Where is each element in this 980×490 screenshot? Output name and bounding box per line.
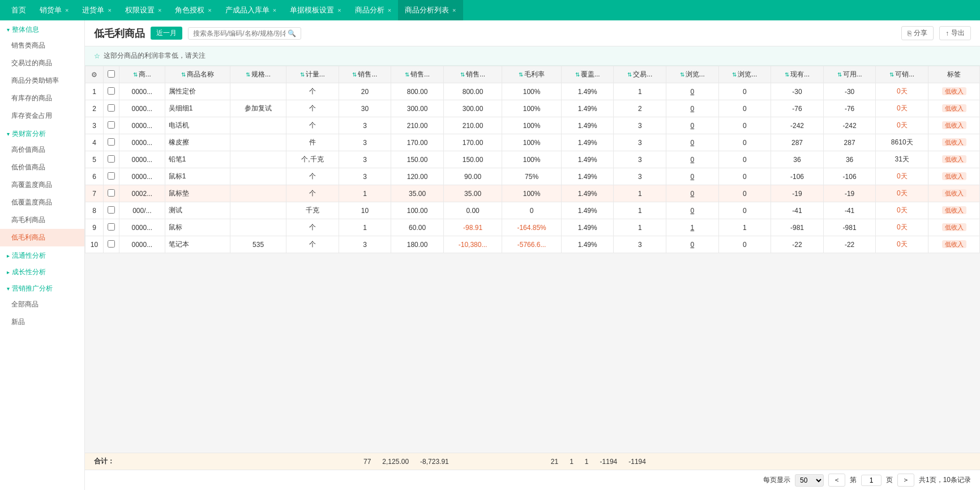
nav-close-permissions[interactable]: ×	[158, 7, 161, 14]
search-input[interactable]	[193, 29, 285, 37]
col-spec-header[interactable]: ⇅规格...	[230, 66, 286, 83]
row-checkbox-cell[interactable]	[104, 219, 119, 236]
search-icon[interactable]: 🔍	[288, 29, 296, 37]
sidebar-item-sales-goods[interactable]: 销售类商品	[0, 37, 84, 54]
page-number-input[interactable]	[861, 475, 881, 486]
sidebar-item-stock-capital[interactable]: 库存资金占用	[0, 107, 84, 125]
select-all-checkbox[interactable]	[108, 70, 115, 78]
sidebar-item-low-margin[interactable]: 低毛利商品	[0, 229, 84, 246]
col-browse2-header[interactable]: ⇅浏览...	[718, 66, 771, 83]
row-checkbox-cell[interactable]	[104, 134, 119, 151]
sidebar-item-high-value[interactable]: 高价值商品	[0, 141, 84, 159]
row-checkbox[interactable]	[108, 121, 115, 129]
col-current-stock-header[interactable]: ⇅现有...	[771, 66, 824, 83]
row-checkbox-cell[interactable]	[104, 83, 119, 100]
row-checkbox[interactable]	[108, 172, 115, 180]
row-checkbox[interactable]	[108, 189, 115, 197]
nav-role-auth[interactable]: 角色授权 ×	[168, 0, 218, 20]
sidebar-item-low-value[interactable]: 低价值商品	[0, 159, 84, 176]
col-checkbox-header[interactable]	[104, 66, 119, 83]
row-browse2: 0	[718, 100, 771, 117]
row-checkbox[interactable]	[108, 155, 115, 163]
prev-page-button[interactable]: ＜	[828, 474, 845, 487]
col-unit-header[interactable]: ⇅计量...	[286, 66, 339, 83]
row-checkbox-cell[interactable]	[104, 100, 119, 117]
col-gross-margin-header[interactable]: ⇅毛利率	[502, 66, 562, 83]
nav-close-product-inbound[interactable]: ×	[273, 7, 276, 14]
nav-purchase-order[interactable]: 进货单 ×	[75, 0, 118, 20]
col-settings-header[interactable]: ⚙	[85, 66, 104, 83]
row-browse1[interactable]: 0	[666, 100, 719, 117]
sidebar-item-category-rate[interactable]: 商品分类助销率	[0, 72, 84, 90]
nav-close-sales-order[interactable]: ×	[65, 7, 69, 14]
col-coverage-header[interactable]: ⇅覆盖...	[561, 66, 614, 83]
col-sales-qty-header[interactable]: ⇅销售...	[339, 66, 391, 83]
settings-icon[interactable]: ⚙	[91, 71, 97, 79]
row-browse1[interactable]: 0	[666, 151, 719, 168]
nav-product-analysis[interactable]: 商品分析 ×	[348, 0, 398, 20]
sidebar-item-new-goods[interactable]: 新品	[0, 313, 84, 331]
nav-close-purchase-order[interactable]: ×	[108, 7, 111, 14]
export-button[interactable]: ↑ 导出	[939, 26, 971, 40]
row-checkbox[interactable]	[108, 240, 115, 248]
sidebar-item-traded-goods[interactable]: 交易过的商品	[0, 54, 84, 72]
sidebar-group-growth[interactable]: ▸ 成长性分析	[0, 263, 84, 279]
row-checkbox-cell[interactable]	[104, 168, 119, 185]
per-page-select[interactable]: 50 20 100	[795, 474, 824, 487]
sidebar-group-overview[interactable]: ▾ 整体信息	[0, 20, 84, 37]
col-code-header[interactable]: ⇅商...	[119, 66, 165, 83]
row-browse1[interactable]: 0	[666, 236, 719, 253]
nav-permissions[interactable]: 权限设置 ×	[118, 0, 168, 20]
row-checkbox[interactable]	[108, 223, 115, 231]
nav-product-inbound[interactable]: 产成品入库单 ×	[219, 0, 283, 20]
row-unit: 个	[286, 83, 339, 100]
sidebar-group-wealth[interactable]: ▾ 类财富分析	[0, 125, 84, 141]
row-browse1[interactable]: 0	[666, 117, 719, 134]
sidebar-item-low-coverage[interactable]: 低覆盖度商品	[0, 194, 84, 211]
next-page-button[interactable]: ＞	[897, 474, 914, 487]
row-browse1[interactable]: 1	[666, 219, 719, 236]
row-checkbox-cell[interactable]	[104, 151, 119, 168]
sidebar-item-high-coverage[interactable]: 高覆盖度商品	[0, 176, 84, 194]
col-tag-header[interactable]: 标签	[928, 66, 980, 83]
row-browse1[interactable]: 0	[666, 202, 719, 219]
col-name-header[interactable]: ⇅商品名称	[165, 66, 230, 83]
col-saleable-header[interactable]: ⇅可销...	[876, 66, 928, 83]
col-transaction-header[interactable]: ⇅交易...	[614, 66, 666, 83]
row-checkbox[interactable]	[108, 206, 115, 214]
share-button[interactable]: ⎘ 分享	[901, 26, 934, 40]
filter-recent-month-button[interactable]: 近一月	[151, 27, 182, 40]
sidebar-item-in-stock-goods[interactable]: 有库存的商品	[0, 90, 84, 107]
row-browse1[interactable]: 0	[666, 83, 719, 100]
row-sales-profit: 150.00	[443, 151, 502, 168]
row-browse1[interactable]: 0	[666, 134, 719, 151]
row-checkbox[interactable]	[108, 104, 115, 112]
row-browse1[interactable]: 0	[666, 185, 719, 202]
sidebar-group-liquidity[interactable]: ▸ 流通性分析	[0, 246, 84, 263]
col-sales-price-header[interactable]: ⇅销售...	[391, 66, 444, 83]
row-checkbox[interactable]	[108, 87, 115, 95]
col-available-header[interactable]: ⇅可用...	[823, 66, 876, 83]
row-checkbox-cell[interactable]	[104, 185, 119, 202]
nav-close-template-settings[interactable]: ×	[337, 7, 341, 14]
row-tag: 低收入	[928, 100, 980, 117]
nav-close-product-analysis-list[interactable]: ×	[452, 7, 456, 14]
row-checkbox-cell[interactable]	[104, 202, 119, 219]
nav-template-settings[interactable]: 单据模板设置 ×	[283, 0, 348, 20]
row-browse1[interactable]: 0	[666, 168, 719, 185]
nav-product-analysis-list[interactable]: 商品分析列表 ×	[398, 0, 463, 20]
row-saleable: 0天	[876, 100, 928, 117]
col-sales-profit-header[interactable]: ⇅销售...	[443, 66, 502, 83]
nav-close-role-auth[interactable]: ×	[208, 7, 211, 14]
nav-close-product-analysis[interactable]: ×	[388, 7, 391, 14]
nav-sales-order[interactable]: 销货单 ×	[33, 0, 75, 20]
table-body: 1 0000... 属性定价 个 20 800.00 800.00 100% 1…	[85, 83, 980, 253]
sidebar-item-high-margin[interactable]: 高毛利商品	[0, 211, 84, 229]
sidebar-group-marketing[interactable]: ▾ 营销推广分析	[0, 279, 84, 296]
sidebar-item-all-goods[interactable]: 全部商品	[0, 296, 84, 313]
row-checkbox[interactable]	[108, 138, 115, 146]
col-browse1-header[interactable]: ⇅浏览...	[666, 66, 719, 83]
row-checkbox-cell[interactable]	[104, 117, 119, 134]
row-checkbox-cell[interactable]	[104, 236, 119, 253]
nav-home[interactable]: 首页	[5, 0, 33, 20]
